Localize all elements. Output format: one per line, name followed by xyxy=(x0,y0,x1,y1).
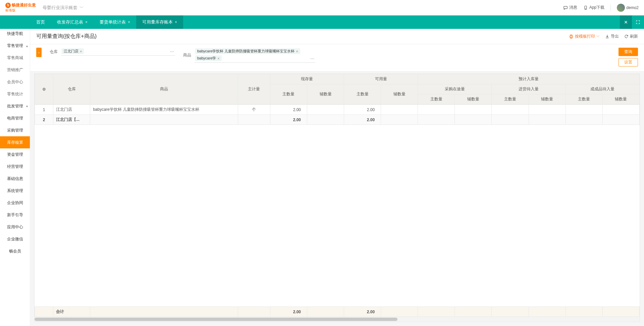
close-icon[interactable]: × xyxy=(85,20,88,25)
mobile-icon xyxy=(583,5,588,10)
tab-label: 收发存汇总表 xyxy=(57,19,83,25)
tab[interactable]: 收发存汇总表× xyxy=(51,15,94,29)
app-download-label: App下载 xyxy=(589,5,604,10)
svg-point-2 xyxy=(585,8,586,9)
username-label: demo2 xyxy=(626,5,639,10)
tab[interactable]: 首页 xyxy=(30,15,51,29)
user-menu[interactable]: demo2 xyxy=(617,4,639,12)
fullscreen-button[interactable] xyxy=(632,15,644,29)
tab-label: 首页 xyxy=(36,19,45,25)
tab-label: 可用量库存账本 xyxy=(142,19,173,25)
org-name: 母婴行业演示账套 xyxy=(43,5,77,11)
avatar xyxy=(617,4,625,12)
logo-icon: b xyxy=(5,3,11,8)
brand-text: 畅捷通好生意 xyxy=(12,2,36,8)
svg-rect-0 xyxy=(564,6,568,8)
tab-label: 要货单统计表 xyxy=(100,19,126,25)
messages-link[interactable]: 消息 xyxy=(563,5,577,10)
chevron-down-icon: ﹀ xyxy=(79,5,84,11)
close-all-tabs-button[interactable] xyxy=(620,15,632,29)
tab[interactable]: 可用量库存账本× xyxy=(136,15,183,29)
edition-badge: 标准版 xyxy=(5,8,15,13)
tab[interactable]: 要货单统计表× xyxy=(94,15,136,29)
app-download-link[interactable]: App下载 xyxy=(583,5,604,10)
messages-label: 消息 xyxy=(569,5,577,10)
tabs-bar: 首页收发存汇总表×要货单统计表×可用量库存账本× xyxy=(0,15,644,29)
expand-icon xyxy=(636,20,640,25)
top-header: b畅捷通好生意 标准版 母婴行业演示账套 ﹀ 消息 App下载 demo2 xyxy=(0,0,644,15)
logo: b畅捷通好生意 标准版 xyxy=(5,2,36,13)
message-icon xyxy=(563,5,568,10)
close-icon[interactable]: × xyxy=(128,20,130,25)
close-icon[interactable]: × xyxy=(175,20,177,25)
divider xyxy=(610,5,611,11)
org-selector[interactable]: 母婴行业演示账套 ﹀ xyxy=(43,5,84,11)
close-icon xyxy=(624,20,628,24)
